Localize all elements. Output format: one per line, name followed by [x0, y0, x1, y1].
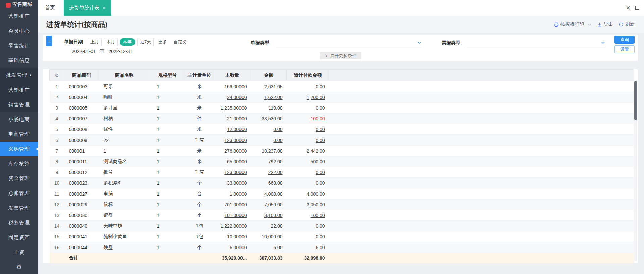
date-end-input[interactable]: 2022-12-31 [108, 49, 133, 55]
amount-cell-link[interactable]: 0.00 [273, 127, 282, 132]
paid-amount-cell-link[interactable]: 0.00 [316, 105, 325, 111]
main-qty-cell-link[interactable]: 12.00000 [227, 127, 247, 132]
paid-amount-cell-link[interactable]: -100.00 [309, 116, 325, 121]
scrollbar-thumb[interactable] [634, 81, 637, 120]
doc-type-select[interactable] [275, 38, 422, 46]
main-qty-cell-link[interactable]: 1,222.00000 [221, 223, 247, 229]
amount-cell-link[interactable]: 10,000.00 [262, 234, 282, 239]
paid-amount-cell-link[interactable]: 0.00 [316, 180, 325, 186]
sidebar-item[interactable]: 资金管理 [0, 171, 38, 186]
sidebar-item[interactable]: 小畅电商 [0, 112, 38, 127]
product-name-cell: 咖啡 [99, 92, 150, 103]
print-dropdown-chevron-icon[interactable] [587, 22, 592, 27]
sidebar-item[interactable]: 批发管理▲ [0, 68, 38, 83]
sidebar-item[interactable]: 工资 [0, 245, 38, 260]
paid-amount-cell-link[interactable]: 0.00 [316, 223, 325, 229]
bill-type-filter-group: 票据类型 [442, 38, 606, 46]
main-qty-cell-link[interactable]: 34.00000 [227, 95, 247, 100]
main-qty-cell-link[interactable]: 123.00000 [224, 138, 247, 143]
table-scrollbar[interactable] [634, 81, 637, 261]
date-start-input[interactable]: 2022-01-01 [71, 49, 97, 55]
sidebar-item[interactable]: 发票管理 [0, 201, 38, 215]
print-by-template-button[interactable]: 按模板打印 [554, 21, 584, 28]
amount-cell-link[interactable]: 222.00 [268, 170, 283, 175]
sidebar-item[interactable]: 零售统计 [0, 38, 38, 53]
product-code-cell: 0000008 [64, 124, 99, 135]
sidebar-item[interactable]: 基础信息 [0, 53, 38, 68]
paid-amount-cell-link[interactable]: 0.00 [316, 138, 325, 143]
sidebar-item[interactable]: 会员中心 [0, 23, 38, 38]
sidebar-item[interactable]: 电商管理 [0, 127, 38, 142]
close-icon[interactable]: × [626, 4, 630, 12]
main-qty-cell-link[interactable]: 169.00000 [224, 84, 247, 89]
main-qty-cell-link[interactable]: 21.00000 [227, 116, 247, 121]
amount-cell-link[interactable]: 6.00 [273, 245, 282, 250]
paid-amount-cell-link[interactable]: 1,200.00 [307, 95, 325, 100]
paid-amount-cell-link[interactable]: 3,050.00 [307, 202, 325, 207]
sidebar-item[interactable]: 营销推广 [0, 9, 38, 23]
paid-amount-cell-link[interactable]: 100.00 [311, 213, 325, 218]
tab-current[interactable]: 进货单统计表 × [64, 0, 111, 16]
paid-amount-cell-link[interactable]: 2,442.00 [307, 148, 325, 154]
query-button[interactable]: 查询 [614, 36, 635, 44]
amount-cell-link[interactable]: 1,622.00 [264, 95, 283, 100]
amount-cell-link[interactable]: 22.00 [271, 223, 282, 229]
sidebar-item[interactable]: 销售管理 [0, 97, 38, 112]
quick-range-button[interactable]: 上月 [88, 38, 102, 46]
quick-range-button[interactable]: 自定义 [171, 38, 189, 46]
sidebar-settings-button[interactable]: ⚙ [0, 260, 38, 274]
bill-type-select[interactable] [466, 38, 606, 46]
paid-amount-cell-link[interactable]: 4,000.00 [307, 191, 325, 197]
quick-range-button[interactable]: 更多 [156, 38, 169, 46]
date-range[interactable]: 2022-01-01 至 2022-12-31 [71, 49, 189, 55]
refresh-button[interactable]: 刷新 [619, 21, 635, 28]
sidebar-item[interactable]: 固定资产 [0, 230, 38, 245]
sidebar-item[interactable]: 总账管理 [0, 186, 38, 201]
sidebar-item[interactable]: 库存核算 [0, 156, 38, 171]
tab-home[interactable]: 首页 [38, 0, 62, 16]
amount-cell-link[interactable]: 660.00 [268, 180, 283, 186]
paid-amount-cell-link[interactable]: 0.00 [316, 234, 325, 239]
sidebar-item[interactable]: 税务管理 [0, 215, 38, 230]
paid-amount-cell-link[interactable]: 0.00 [316, 84, 325, 89]
main-qty-cell-link[interactable]: 1.00000 [230, 191, 247, 197]
amount-cell-link[interactable]: 4,000.00 [264, 191, 283, 197]
amount-cell-link[interactable]: 33,530.00 [262, 116, 282, 121]
main-qty-cell-link[interactable]: 123.00000 [224, 170, 247, 175]
quick-range-button[interactable]: 本年 [120, 38, 135, 46]
main-qty-cell-link[interactable]: 101.00000 [224, 213, 247, 218]
main-qty-cell-link[interactable]: 701.00000 [224, 202, 247, 207]
main-qty-cell-link[interactable]: 1,235.00000 [221, 105, 247, 111]
expand-more-button[interactable]: 展开更多条件 [320, 52, 361, 59]
tab-close-icon[interactable]: × [103, 5, 106, 10]
column-settings-icon[interactable]: ⚙ [55, 73, 59, 78]
export-button[interactable]: 导出 [597, 21, 613, 28]
row-number: 15 [50, 231, 64, 242]
amount-cell-link[interactable]: 7,050.00 [264, 202, 283, 207]
quick-range-button[interactable]: 本月 [104, 38, 118, 46]
amount-cell: 0.00 [251, 124, 287, 135]
amount-cell-link[interactable]: 18,237.00 [262, 148, 282, 154]
settings-button[interactable]: 设置 [614, 45, 635, 53]
paid-amount-cell-link[interactable]: 500.00 [311, 159, 325, 164]
amount-cell-link[interactable]: 2,631.05 [264, 84, 283, 89]
collapse-filter-button[interactable]: » [46, 36, 52, 46]
main-qty-cell-link[interactable]: 65.00000 [227, 159, 247, 164]
amount-cell-link[interactable]: 792.00 [268, 159, 283, 164]
paid-amount-cell-link[interactable]: 6.00 [316, 245, 325, 250]
main-qty-cell-link[interactable]: 10.00000 [227, 234, 247, 239]
sidebar-item[interactable]: 营销推广 [0, 83, 38, 97]
sidebar: 零售商城 营销推广会员中心零售统计基础信息批发管理▲营销推广销售管理小畅电商电商… [0, 0, 38, 274]
sidebar-item-retail-mall[interactable]: 零售商城 [0, 0, 38, 9]
amount-cell-link[interactable]: 110.00 [269, 105, 283, 111]
paid-amount-cell-link[interactable]: 0.00 [316, 127, 325, 132]
paid-amount-cell-link[interactable]: 0.00 [316, 170, 325, 175]
main-qty-cell-link[interactable]: 276.00000 [224, 148, 247, 154]
amount-cell-link[interactable]: 3,100.00 [264, 213, 283, 218]
amount-cell-link[interactable]: 0.00 [273, 138, 282, 143]
main-qty-cell-link[interactable]: 6.00000 [230, 245, 247, 250]
sidebar-item[interactable]: 采购管理 [0, 142, 38, 156]
main-qty-cell-link[interactable]: 33.00000 [227, 180, 247, 186]
quick-range-button[interactable]: 近7天 [137, 38, 154, 46]
fullscreen-icon[interactable] [635, 6, 639, 10]
